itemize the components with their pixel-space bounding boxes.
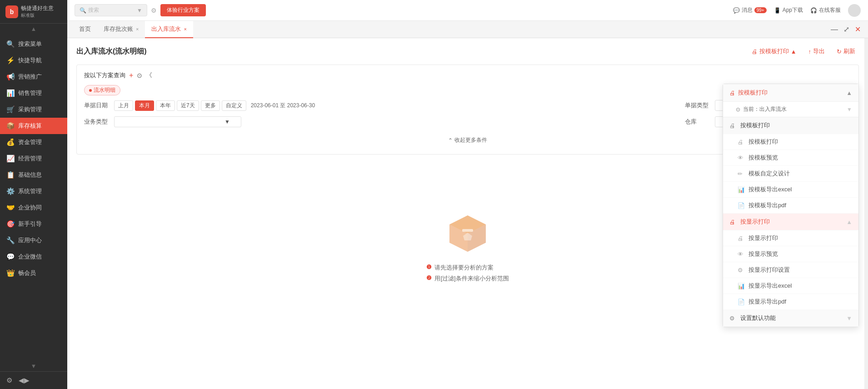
filter-settings-icon[interactable]: ⊙ [137,72,142,79]
sidebar-item-marketing[interactable]: 📢 营销推广 [0,69,67,85]
online-service-button[interactable]: 🎧 在线客服 [810,6,841,14]
export-button[interactable]: ↑ 导出 [805,45,829,57]
dropdown-section-template[interactable]: 🖨 按模板打印 [723,117,858,134]
sidebar-item-finance[interactable]: 💰 资金管理 [0,134,67,150]
scroll-down-arrow[interactable]: ▼ [0,361,67,371]
close-tab-button[interactable]: ✕ [853,23,863,35]
footer-arrow: ▼ [846,315,852,322]
sidebar-item-search[interactable]: 🔍 搜索菜单 [0,36,67,52]
sub-preview-icon: 👁 [738,155,745,161]
filter-collapse-icon[interactable]: 《 [146,71,152,80]
filter-date-item: 单据日期 上月 本月 本年 近7天 更多 自定义 2023-06-01 至 20… [84,100,315,111]
guide-icon: 🎯 [6,220,15,228]
dropdown-sub-template-excel[interactable]: 📊 按模板导出excel [723,182,858,198]
sidebar-item-shortcut[interactable]: ⚡ 快捷导航 [0,52,67,69]
sidebar-item-guide[interactable]: 🎯 新手引导 [0,216,67,232]
download-icon: 📱 [774,7,781,14]
date-more-btn[interactable]: 更多 [201,100,220,111]
sidebar-item-purchase[interactable]: 🛒 采购管理 [0,101,67,118]
sidebar-item-inventory[interactable]: 📦 库存核算 [0,118,67,134]
app-download-button[interactable]: 📱 App下载 [774,6,803,14]
close-stock-flow-tab[interactable]: × [184,26,186,32]
sidebar-bottom: ⚙ ◀▶ [0,371,67,389]
filter-add-button[interactable]: + [129,71,133,80]
operation-icon: 📈 [6,155,15,163]
sidebar-item-sales[interactable]: 📊 销售管理 [0,85,67,101]
display-excel-icon: 📊 [738,283,745,289]
dropdown-sub-display-pdf[interactable]: 📄 按显示导出pdf [723,294,858,310]
empty-tip-2: ❷ 用[过滤]条件来缩小分析范围 [426,274,509,283]
inventory-icon: 📦 [6,122,15,130]
empty-state-icon [445,211,490,256]
logo-icon: b [5,5,18,18]
dropdown-sub-template-print[interactable]: 🖨 按模板打印 [723,134,858,150]
sidebar-item-company[interactable]: 🤝 企业协同 [0,199,67,216]
user-avatar[interactable] [848,4,861,17]
collapse-up-icon: ⌃ [448,137,453,144]
refresh-button[interactable]: ↻ 刷新 [833,45,859,57]
maximize-tab-button[interactable]: ⤢ [842,23,851,35]
dropdown-sub-template-pdf[interactable]: 📄 按模板导出pdf [723,198,858,214]
dropdown-sub-display-settings[interactable]: ⚙ 按显示打印设置 [723,262,858,278]
biz-select-arrow: ▼ [224,119,230,125]
dropdown-default-settings[interactable]: ⚙ 设置默认功能 ▼ [723,310,858,327]
scroll-up-arrow[interactable]: ▲ [0,24,67,34]
wechat-icon: 💬 [6,253,15,261]
tab-stock-flow[interactable]: 出入库流水 × [145,21,193,38]
sidebar-item-basic[interactable]: 📋 基础信息 [0,167,67,183]
dropdown-sub-template-design[interactable]: ✏ 模板自定义设计 [723,166,858,182]
current-icon: ⊙ [736,106,740,113]
template-print-button[interactable]: 🖨 按模板打印 ▲ [748,45,800,57]
company-icon: 🤝 [6,204,15,212]
marketing-icon: 📢 [6,73,15,81]
topbar-settings-icon[interactable]: ⚙ [151,7,157,14]
sidebar-item-member[interactable]: 👑 畅会员 [0,265,67,281]
date-custom-btn[interactable]: 自定义 [222,100,246,111]
topbar-right: 💬 消息 99+ 📱 App下载 🎧 在线客服 [733,4,861,17]
sidebar: b 畅捷通好生意 标准版 ▲ 🔍 搜索菜单 ⚡ 快捷导航 📢 营销推广 📊 销售… [0,0,67,389]
search-input-icon: 🔍 [80,7,86,14]
filter-section-title: 按以下方案查询 + ⊙ 《 [84,71,152,80]
display-section-icon: 🖨 [729,219,737,225]
topbar-search-box[interactable]: 🔍 搜索 ▼ [75,4,147,16]
message-icon: 💬 [733,7,740,14]
member-icon: 👑 [6,269,15,277]
dropdown-sub-template-preview[interactable]: 👁 按模板预览 [723,150,858,166]
date-last-month-btn[interactable]: 上月 [114,100,133,111]
sidebar-item-wechat[interactable]: 💬 企业微信 [0,249,67,265]
sidebar-item-operation[interactable]: 📈 经营管理 [0,150,67,167]
minimize-tab-button[interactable]: — [829,23,840,35]
tab-inventory-batch[interactable]: 库存批次账 × [97,21,145,38]
dropdown-current-item[interactable]: ⊙ 当前：出入库流水 ▼ [723,102,858,117]
shortcut-icon: ⚡ [6,56,15,65]
date-this-month-btn[interactable]: 本月 [135,100,154,111]
sidebar-item-system[interactable]: ⚙️ 系统管理 [0,183,67,199]
export-icon: ↑ [808,48,812,55]
date-last7days-btn[interactable]: 近7天 [177,100,199,111]
tab-home[interactable]: 首页 [73,21,97,38]
close-inventory-batch-tab[interactable]: × [136,26,139,32]
print-dropdown-panel: 🖨 按模板打印 ▲ ⊙ 当前：出入库流水 ▼ 🖨 按模板打印 🖨 按模板打印 [723,84,859,327]
filter-tag-liushui[interactable]: 流水明细 [84,85,120,95]
sub-design-icon: ✏ [738,170,745,177]
dropdown-title: 🖨 按模板打印 [729,89,768,97]
dropdown-sub-display-excel[interactable]: 📊 按显示导出excel [723,278,858,294]
search-nav-icon: 🔍 [6,40,15,48]
empty-tip-1: ❶ 请先选择要分析的方案 [426,264,509,272]
message-button[interactable]: 💬 消息 99+ [733,6,767,14]
dropdown-section-display[interactable]: 🖨 按显示打印 ▲ [723,214,858,230]
template-section-icon: 🖨 [729,122,737,129]
page-header: 出入库流水(流水明细) 🖨 按模板打印 ▲ ↑ 导出 ↻ 刷新 [76,45,859,57]
dropdown-collapse-arrow[interactable]: ▲ [846,90,852,96]
page-scrollbar[interactable] [864,38,868,389]
biz-type-select[interactable]: ▼ [114,116,241,127]
dropdown-sub-display-print[interactable]: 🖨 按显示打印 [723,230,858,246]
sidebar-item-apps[interactable]: 🔧 应用中心 [0,232,67,249]
sidebar-nav: 🔍 搜索菜单 ⚡ 快捷导航 📢 营销推广 📊 销售管理 🛒 采购管理 📦 库存核… [0,34,67,361]
collapse-sidebar-icon[interactable]: ◀▶ [19,376,30,384]
date-this-year-btn[interactable]: 本年 [156,100,175,111]
settings-bottom-icon[interactable]: ⚙ [6,376,12,384]
dropdown-sub-display-preview[interactable]: 👁 按显示预览 [723,246,858,262]
industry-solution-button[interactable]: 体验行业方案 [160,4,206,16]
page-header-actions: 🖨 按模板打印 ▲ ↑ 导出 ↻ 刷新 [748,45,859,57]
